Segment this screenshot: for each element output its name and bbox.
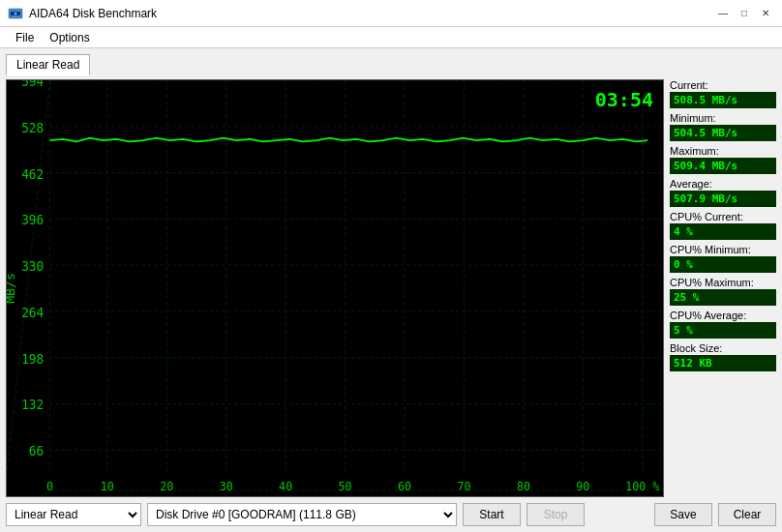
stat-minimum: Minimum: 504.5 MB/s (670, 112, 776, 141)
svg-text:198: 198 (21, 350, 44, 367)
app-icon (8, 6, 23, 21)
svg-text:10: 10 (101, 478, 114, 493)
stat-cpu-maximum: CPU% Maximum: 25 % (670, 277, 776, 306)
stat-blocksize-label: Block Size: (670, 342, 776, 354)
stat-cpu-maximum-label: CPU% Maximum: (670, 277, 776, 288)
svg-text:70: 70 (457, 478, 470, 493)
svg-text:90: 90 (576, 478, 589, 493)
title-bar: AIDA64 Disk Benchmark — □ ✕ (0, 0, 782, 27)
svg-text:330: 330 (21, 257, 44, 274)
main-content: Linear Read 03:54 (0, 48, 782, 532)
clear-button[interactable]: Clear (718, 503, 776, 526)
stat-cpu-minimum-value: 0 % (670, 256, 776, 273)
stat-average: Average: 507.9 MB/s (670, 178, 776, 207)
maximize-button[interactable]: □ (736, 5, 753, 22)
menu-bar: File Options (0, 27, 782, 48)
svg-text:396: 396 (21, 212, 44, 228)
svg-text:528: 528 (21, 119, 44, 135)
content-row: 03:54 (6, 79, 776, 497)
svg-text:100 %: 100 % (625, 478, 660, 493)
close-button[interactable]: ✕ (757, 5, 774, 22)
stat-cpu-current: CPU% Current: 4 % (670, 211, 776, 240)
svg-text:40: 40 (279, 478, 292, 493)
svg-text:264: 264 (21, 304, 44, 320)
stat-minimum-label: Minimum: (670, 112, 776, 124)
stat-cpu-minimum-label: CPU% Minimum: (670, 244, 776, 255)
start-button[interactable]: Start (463, 503, 521, 526)
svg-text:132: 132 (21, 397, 44, 413)
title-text: AIDA64 Disk Benchmark (29, 7, 157, 20)
title-controls: — □ ✕ (714, 5, 774, 22)
stat-maximum-label: Maximum: (670, 145, 776, 157)
tab-bar: Linear Read (6, 54, 776, 75)
menu-options[interactable]: Options (42, 30, 97, 45)
stat-current-value: 508.5 MB/s (670, 92, 776, 108)
stat-average-value: 507.9 MB/s (670, 191, 776, 207)
stat-blocksize: Block Size: 512 KB (670, 342, 776, 371)
stop-button[interactable]: Stop (526, 503, 585, 526)
menu-file[interactable]: File (8, 30, 42, 45)
minimize-button[interactable]: — (714, 5, 732, 22)
chart-svg: 594 528 462 396 330 264 198 132 66 MB/s … (7, 80, 663, 496)
chart-panel: 03:54 (6, 79, 664, 497)
svg-text:80: 80 (517, 478, 530, 493)
stat-current: Current: 508.5 MB/s (670, 79, 776, 108)
stat-current-label: Current: (670, 79, 776, 91)
test-select[interactable]: Linear Read (6, 503, 141, 526)
stat-cpu-current-value: 4 % (670, 223, 776, 240)
svg-text:462: 462 (21, 165, 44, 182)
svg-text:60: 60 (398, 478, 411, 493)
svg-point-2 (15, 12, 17, 15)
svg-text:50: 50 (339, 478, 352, 493)
stat-maximum: Maximum: 509.4 MB/s (670, 145, 776, 174)
svg-rect-3 (7, 80, 663, 496)
btn-row-right: Save Clear (654, 503, 776, 526)
bottom-controls: Linear Read Disk Drive #0 [GOODRAM] (111… (6, 503, 776, 526)
svg-text:0: 0 (46, 478, 53, 493)
stat-average-label: Average: (670, 178, 776, 190)
title-left: AIDA64 Disk Benchmark (8, 6, 157, 21)
svg-text:MB/s: MB/s (7, 273, 17, 304)
stat-blocksize-value: 512 KB (670, 355, 776, 371)
svg-text:30: 30 (220, 478, 233, 493)
stats-panel: Current: 508.5 MB/s Minimum: 504.5 MB/s … (670, 79, 776, 497)
stat-cpu-current-label: CPU% Current: (670, 211, 776, 222)
save-button[interactable]: Save (654, 503, 712, 526)
stat-cpu-average-value: 5 % (670, 322, 776, 339)
stat-maximum-value: 509.4 MB/s (670, 158, 776, 174)
stat-minimum-value: 504.5 MB/s (670, 125, 776, 141)
drive-select[interactable]: Disk Drive #0 [GOODRAM] (111.8 GB) (147, 503, 457, 526)
stat-cpu-maximum-value: 25 % (670, 289, 776, 306)
stat-cpu-average: CPU% Average: 5 % (670, 310, 776, 339)
tab-linear-read[interactable]: Linear Read (6, 54, 90, 75)
stat-cpu-minimum: CPU% Minimum: 0 % (670, 244, 776, 273)
svg-text:66: 66 (29, 442, 44, 458)
chart-timer: 03:54 (595, 88, 653, 111)
stat-cpu-average-label: CPU% Average: (670, 310, 776, 321)
svg-text:20: 20 (160, 478, 173, 493)
svg-text:594: 594 (21, 80, 44, 89)
